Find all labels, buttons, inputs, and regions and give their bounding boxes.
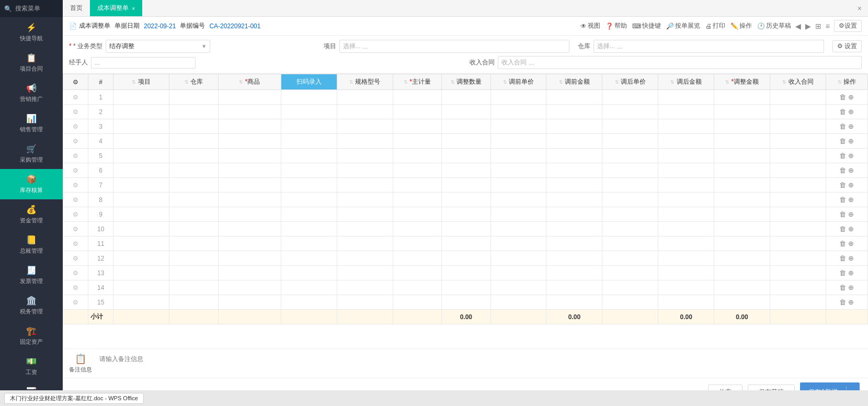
cell-warehouse-7[interactable] — [169, 178, 219, 193]
delete-icon[interactable]: 🗑 — [839, 254, 846, 262]
cell-scan-15[interactable] — [281, 295, 337, 310]
table-row[interactable]: ⚙15🗑⊕ — [63, 295, 868, 310]
cell-adj_qty-14[interactable] — [442, 280, 491, 295]
cell-gear-10[interactable]: ⚙ — [63, 222, 88, 236]
cell-actions-1[interactable]: 🗑⊕ — [826, 90, 867, 105]
cell-project-9[interactable] — [113, 207, 169, 222]
cell-pre_amt-2[interactable] — [546, 105, 602, 119]
copy-icon[interactable]: ⊕ — [848, 240, 854, 247]
cell-pre_amt-1[interactable] — [546, 90, 602, 105]
cell-goods-9[interactable] — [218, 207, 281, 222]
cell-unit-9[interactable] — [393, 207, 442, 222]
cell-gear-11[interactable]: ⚙ — [63, 236, 88, 251]
cell-goods-7[interactable] — [218, 178, 281, 193]
cell-pre_price-13[interactable] — [490, 266, 546, 280]
cell-project-1[interactable] — [113, 90, 169, 105]
cell-income_contract-6[interactable] — [770, 163, 826, 178]
cell-gear-1[interactable]: ⚙ — [63, 90, 88, 105]
sidebar-search[interactable]: 🔍 搜索菜单 — [0, 0, 63, 17]
cell-adj_qty-4[interactable] — [442, 134, 491, 149]
cell-pre_amt-11[interactable] — [546, 236, 602, 251]
cell-project-4[interactable] — [113, 134, 169, 149]
cell-adj_amt-8[interactable] — [714, 193, 770, 207]
copy-icon[interactable]: ⊕ — [848, 137, 854, 145]
cell-actions-9[interactable]: 🗑⊕ — [826, 207, 867, 222]
cell-post_price-14[interactable] — [602, 280, 658, 295]
cell-num-9[interactable]: 9 — [88, 207, 113, 222]
col-header-scan[interactable]: 扫码录入 — [281, 74, 337, 90]
toolbar-action-4[interactable]: 🖨打印 — [705, 21, 725, 30]
cell-goods-14[interactable] — [218, 280, 281, 295]
cell-actions-8[interactable]: 🗑⊕ — [826, 193, 867, 207]
cell-pre_amt-10[interactable] — [546, 222, 602, 236]
cell-adj_amt-7[interactable] — [714, 178, 770, 193]
cell-goods-13[interactable] — [218, 266, 281, 280]
cell-post_amt-14[interactable] — [658, 280, 714, 295]
cell-pre_price-11[interactable] — [490, 236, 546, 251]
cell-adj_qty-13[interactable] — [442, 266, 491, 280]
cell-post_price-12[interactable] — [602, 251, 658, 266]
sidebar-item-inventory[interactable]: 📦库存核算 — [0, 169, 63, 199]
cell-num-7[interactable]: 7 — [88, 178, 113, 193]
copy-icon[interactable]: ⊕ — [848, 181, 854, 189]
cell-unit-1[interactable] — [393, 90, 442, 105]
cell-income_contract-5[interactable] — [770, 149, 826, 163]
cell-actions-4[interactable]: 🗑⊕ — [826, 134, 867, 149]
cell-spec-5[interactable] — [337, 149, 393, 163]
table-row[interactable]: ⚙11🗑⊕ — [63, 236, 868, 251]
cell-actions-10[interactable]: 🗑⊕ — [826, 222, 867, 236]
cell-pre_amt-3[interactable] — [546, 119, 602, 134]
cell-income_contract-14[interactable] — [770, 280, 826, 295]
delete-icon[interactable]: 🗑 — [839, 181, 846, 189]
cell-income_contract-7[interactable] — [770, 178, 826, 193]
cell-post_price-8[interactable] — [602, 193, 658, 207]
cell-goods-5[interactable] — [218, 149, 281, 163]
cell-spec-3[interactable] — [337, 119, 393, 134]
cell-adj_qty-5[interactable] — [442, 149, 491, 163]
form-settings-button[interactable]: ⚙ 设置 — [832, 40, 862, 52]
cell-spec-10[interactable] — [337, 222, 393, 236]
taskbar-item[interactable]: 木门行业好业财处理方案-墓红红.doc - WPS Office — [4, 393, 144, 404]
cell-income_contract-11[interactable] — [770, 236, 826, 251]
delete-icon[interactable]: 🗑 — [839, 93, 846, 101]
cell-adj_amt-1[interactable] — [714, 90, 770, 105]
cell-gear-8[interactable]: ⚙ — [63, 193, 88, 207]
cell-project-6[interactable] — [113, 163, 169, 178]
cell-post_price-6[interactable] — [602, 163, 658, 178]
cell-pre_price-6[interactable] — [490, 163, 546, 178]
business-type-input[interactable]: 结存调整 ▼ — [106, 40, 210, 53]
cell-post_amt-8[interactable] — [658, 193, 714, 207]
cell-scan-10[interactable] — [281, 222, 337, 236]
cell-num-11[interactable]: 11 — [88, 236, 113, 251]
cell-scan-7[interactable] — [281, 178, 337, 193]
delete-icon[interactable]: 🗑 — [839, 240, 846, 247]
nav-prev-icon[interactable]: ◀ — [795, 22, 801, 30]
cell-goods-4[interactable] — [218, 134, 281, 149]
cell-project-12[interactable] — [113, 251, 169, 266]
cell-scan-14[interactable] — [281, 280, 337, 295]
cell-num-2[interactable]: 2 — [88, 105, 113, 119]
cell-gear-2[interactable]: ⚙ — [63, 105, 88, 119]
delete-icon[interactable]: 🗑 — [839, 122, 846, 130]
cell-adj_amt-2[interactable] — [714, 105, 770, 119]
copy-icon[interactable]: ⊕ — [848, 108, 854, 116]
cell-spec-14[interactable] — [337, 280, 393, 295]
sidebar-item-sales-mgmt[interactable]: 📊销售管理 — [0, 108, 63, 139]
cell-unit-13[interactable] — [393, 266, 442, 280]
cell-warehouse-10[interactable] — [169, 222, 219, 236]
cell-pre_amt-13[interactable] — [546, 266, 602, 280]
cell-goods-8[interactable] — [218, 193, 281, 207]
copy-icon[interactable]: ⊕ — [848, 166, 854, 174]
delete-icon[interactable]: 🗑 — [839, 269, 846, 277]
project-input[interactable]: 选择... ... — [339, 40, 570, 53]
cell-post_amt-1[interactable] — [658, 90, 714, 105]
cell-num-15[interactable]: 15 — [88, 295, 113, 310]
warehouse-input[interactable]: 选择... ... — [593, 40, 824, 53]
delete-icon[interactable]: 🗑 — [839, 210, 846, 218]
cell-actions-5[interactable]: 🗑⊕ — [826, 149, 867, 163]
cell-warehouse-2[interactable] — [169, 105, 219, 119]
cell-goods-2[interactable] — [218, 105, 281, 119]
sidebar-item-payroll[interactable]: 💵工资 — [0, 351, 63, 381]
cell-gear-7[interactable]: ⚙ — [63, 178, 88, 193]
cell-project-11[interactable] — [113, 236, 169, 251]
